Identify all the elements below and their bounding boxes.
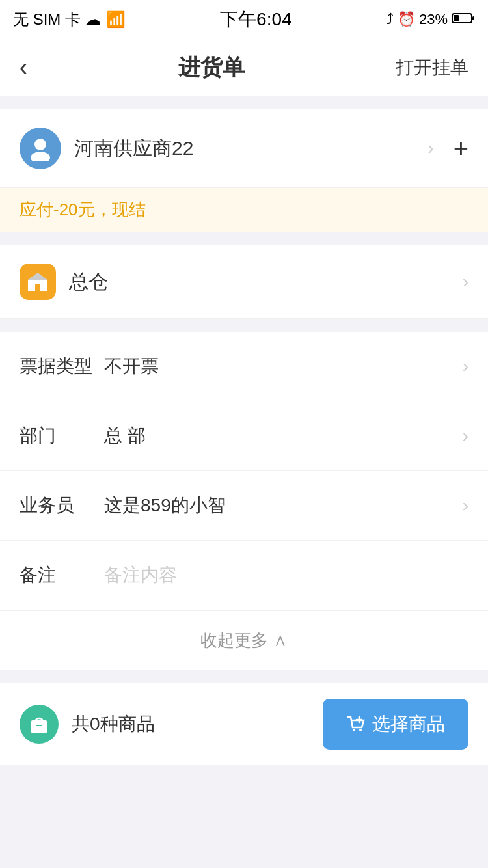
warehouse-icon (20, 264, 56, 300)
battery-icon (452, 11, 475, 28)
shopping-bag-icon (27, 712, 51, 736)
department-row[interactable]: 部门 总 部 › (0, 401, 488, 471)
goods-count-label: 共0种商品 (72, 712, 310, 737)
select-goods-label: 选择商品 (372, 712, 445, 737)
warehouse-name: 总仓 (69, 269, 463, 295)
svg-point-4 (31, 152, 50, 161)
status-time: 下午6:04 (220, 7, 292, 32)
alarm-icon: ⏰ (398, 11, 415, 28)
supplier-notice: 应付-20元，现结 (0, 188, 488, 232)
svg-point-9 (353, 729, 355, 731)
wifi-icon: 📶 (106, 10, 126, 29)
gap-1 (0, 232, 488, 245)
top-gap (0, 96, 488, 109)
svg-rect-7 (31, 720, 47, 733)
add-supplier-button[interactable]: + (454, 134, 468, 163)
bottom-bar: 共0种商品 选择商品 (0, 683, 488, 765)
invoice-type-chevron-icon: › (463, 356, 468, 377)
cart-icon (346, 714, 366, 734)
collapse-button[interactable]: 收起更多 ∧ (0, 610, 488, 670)
location-icon: ⤴ (386, 11, 394, 28)
svg-rect-2 (454, 15, 459, 21)
remark-value[interactable]: 备注内容 (104, 563, 468, 588)
page-title: 进货单 (178, 53, 245, 83)
svg-point-3 (34, 139, 46, 150)
supplier-name: 河南供应商22 (74, 135, 427, 162)
sim-label: 无 SIM 卡 ☁ (13, 9, 101, 30)
goods-icon (20, 705, 59, 744)
user-icon (27, 135, 53, 161)
svg-rect-1 (472, 16, 474, 20)
main-background (0, 765, 488, 868)
invoice-type-row[interactable]: 票据类型 不开票 › (0, 332, 488, 401)
status-right: ⤴ ⏰ 23% (386, 11, 475, 28)
department-value: 总 部 (104, 424, 463, 448)
remark-label: 备注 (20, 563, 104, 588)
warehouse-section: 总仓 › (0, 245, 488, 319)
invoice-type-value: 不开票 (104, 354, 463, 379)
salesperson-value: 这是859的小智 (104, 493, 463, 518)
house-icon (27, 271, 49, 293)
department-label: 部门 (20, 424, 104, 448)
gap-2 (0, 319, 488, 332)
supplier-chevron-icon: › (427, 138, 433, 159)
status-left: 无 SIM 卡 ☁ 📶 (13, 9, 126, 30)
remark-row[interactable]: 备注 备注内容 (0, 541, 488, 610)
back-button[interactable]: ‹ (20, 54, 27, 81)
invoice-type-label: 票据类型 (20, 354, 104, 379)
select-goods-button[interactable]: 选择商品 (323, 699, 468, 750)
salesperson-row[interactable]: 业务员 这是859的小智 › (0, 471, 488, 541)
svg-rect-5 (35, 284, 40, 291)
department-chevron-icon: › (463, 426, 468, 446)
warehouse-row[interactable]: 总仓 › (0, 245, 488, 319)
supplier-section: 河南供应商22 › + 应付-20元，现结 (0, 109, 488, 232)
svg-marker-6 (28, 273, 47, 280)
svg-point-10 (359, 729, 362, 731)
nav-bar: ‹ 进货单 打开挂单 (0, 39, 488, 96)
supplier-row[interactable]: 河南供应商22 › + (0, 109, 488, 188)
form-section: 票据类型 不开票 › 部门 总 部 › 业务员 这是859的小智 › 备注 备注… (0, 332, 488, 670)
warehouse-chevron-icon: › (463, 271, 468, 292)
status-bar: 无 SIM 卡 ☁ 📶 下午6:04 ⤴ ⏰ 23% (0, 0, 488, 39)
battery-label: 23% (419, 11, 448, 28)
supplier-avatar (20, 128, 61, 169)
salesperson-chevron-icon: › (463, 495, 468, 516)
open-pending-button[interactable]: 打开挂单 (396, 55, 468, 80)
salesperson-label: 业务员 (20, 493, 104, 518)
